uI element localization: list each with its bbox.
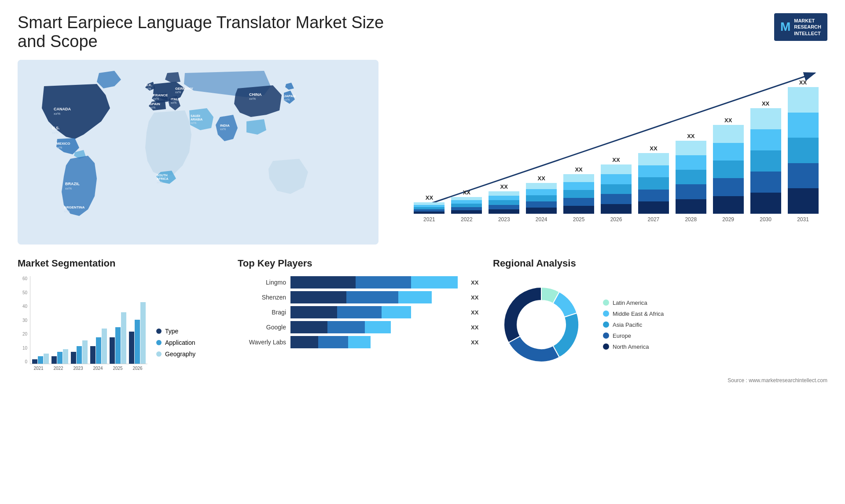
player-row: Waverly Labs XX bbox=[238, 336, 484, 348]
player-row: Shenzen XX bbox=[238, 291, 484, 303]
seg-bar bbox=[57, 352, 62, 364]
player-row: Lingmo XX bbox=[238, 276, 484, 289]
seg-bar bbox=[44, 354, 49, 364]
svg-text:xx%: xx% bbox=[54, 112, 60, 116]
seg-legend-item: Type bbox=[156, 328, 195, 335]
bar-xx-label: XX bbox=[687, 131, 694, 139]
svg-text:BRAZIL: BRAZIL bbox=[65, 182, 80, 186]
bar-chart-x-labels: 2021202220232024202520262027202820292030… bbox=[414, 216, 819, 223]
bar-segment bbox=[526, 195, 557, 201]
bar-segment bbox=[451, 200, 482, 204]
players-title: Top Key Players bbox=[238, 258, 484, 269]
regional-legend-label: Asia Pacific bbox=[613, 321, 642, 328]
regional-legend-dot bbox=[603, 299, 609, 306]
bar-segment bbox=[750, 129, 781, 150]
bar-segment bbox=[638, 153, 669, 165]
seg-bar bbox=[82, 340, 88, 364]
segmentation-title: Market Segmentation bbox=[18, 258, 229, 269]
bar-segment bbox=[713, 196, 744, 214]
seg-bar bbox=[63, 349, 68, 364]
bar-stack bbox=[489, 191, 519, 214]
bar-year-label: 2025 bbox=[563, 216, 595, 223]
regional-legend-label: Latin America bbox=[613, 299, 647, 306]
seg-bar bbox=[96, 337, 101, 364]
bar-xx-label: XX bbox=[612, 154, 620, 163]
donut-chart bbox=[493, 276, 590, 373]
seg-year-label: 2025 bbox=[109, 366, 126, 371]
bar-xx-label: XX bbox=[500, 181, 508, 190]
player-bar-seg3 bbox=[365, 321, 391, 333]
svg-text:CHINA: CHINA bbox=[249, 92, 262, 97]
player-name: Waverly Labs bbox=[238, 339, 286, 346]
players-list: Lingmo XX Shenzen XX Bragi XX Google XX bbox=[238, 276, 484, 348]
bar-year-label: 2030 bbox=[750, 216, 781, 223]
svg-text:SAUDI: SAUDI bbox=[191, 114, 200, 117]
svg-text:xx%: xx% bbox=[65, 186, 72, 190]
regional-legend-dot bbox=[603, 321, 609, 328]
svg-text:U.S.: U.S. bbox=[52, 126, 60, 130]
seg-bar bbox=[135, 320, 140, 364]
player-bar bbox=[290, 306, 464, 318]
logo-box: M MARKET RESEARCH INTELLECT bbox=[774, 13, 827, 41]
bar-xx-label: XX bbox=[575, 164, 582, 173]
seg-bar-group bbox=[32, 354, 49, 364]
svg-text:GERMANY: GERMANY bbox=[175, 87, 194, 91]
bar-stack bbox=[526, 183, 557, 214]
bar-xx-label: XX bbox=[426, 192, 433, 201]
bar-stack bbox=[451, 197, 482, 214]
bar-year-label: 2023 bbox=[489, 216, 520, 223]
player-xx-label: XX bbox=[471, 294, 484, 301]
player-name: Bragi bbox=[238, 309, 286, 316]
bar-segment bbox=[750, 193, 781, 214]
seg-year-label: 2023 bbox=[70, 366, 87, 371]
player-bar-seg1 bbox=[290, 291, 346, 303]
seg-inner: 0 10 20 30 40 50 60 20212022202320242025… bbox=[18, 276, 229, 371]
player-row: Bragi XX bbox=[238, 306, 484, 318]
players-section: Top Key Players Lingmo XX Shenzen XX Bra… bbox=[238, 258, 484, 348]
logo-letter: M bbox=[780, 20, 790, 34]
seg-y-axis: 0 10 20 30 40 50 60 bbox=[18, 276, 27, 364]
seg-bar bbox=[129, 332, 134, 364]
seg-legend-dot bbox=[156, 340, 162, 345]
player-bar bbox=[290, 276, 464, 289]
bar-segment bbox=[676, 155, 706, 170]
player-bar bbox=[290, 321, 464, 333]
svg-text:SOUTH: SOUTH bbox=[157, 174, 168, 177]
svg-text:xx%: xx% bbox=[284, 98, 290, 101]
svg-text:xx%: xx% bbox=[64, 210, 70, 213]
svg-text:ITALY: ITALY bbox=[171, 97, 180, 101]
bar-group: XX bbox=[451, 187, 482, 214]
bar-segment bbox=[638, 165, 669, 178]
svg-text:MEXICO: MEXICO bbox=[56, 142, 70, 146]
bar-group: XX bbox=[489, 181, 520, 214]
seg-x-labels: 202120222023202420252026 bbox=[30, 366, 147, 371]
seg-chart-wrap: 0 10 20 30 40 50 60 20212022202320242025… bbox=[18, 276, 147, 371]
player-bar-seg2 bbox=[356, 276, 411, 289]
bar-stack bbox=[638, 153, 669, 214]
svg-text:ARABIA: ARABIA bbox=[191, 118, 202, 121]
bar-segment bbox=[788, 188, 819, 214]
bar-year-label: 2031 bbox=[787, 216, 819, 223]
regional-legend-label: Middle East & Africa bbox=[613, 310, 664, 317]
bar-segment bbox=[713, 178, 744, 196]
svg-text:xx%: xx% bbox=[191, 121, 196, 124]
svg-text:FRANCE: FRANCE bbox=[153, 93, 168, 97]
bar-segment bbox=[676, 170, 706, 184]
bar-stack bbox=[563, 174, 594, 214]
bar-stack bbox=[750, 108, 781, 214]
svg-text:xx%: xx% bbox=[249, 97, 256, 101]
bar-segment bbox=[676, 199, 706, 214]
bar-group: XX bbox=[713, 115, 744, 214]
bottom-section: Market Segmentation 0 10 20 30 40 50 60 … bbox=[18, 258, 827, 383]
bar-stack bbox=[788, 87, 819, 214]
svg-text:JAPAN: JAPAN bbox=[284, 94, 296, 98]
logo-area: M MARKET RESEARCH INTELLECT bbox=[774, 13, 827, 41]
bar-segment bbox=[676, 184, 706, 199]
bar-segment bbox=[638, 201, 669, 214]
bar-year-label: 2029 bbox=[713, 216, 744, 223]
bar-year-label: 2024 bbox=[526, 216, 557, 223]
bar-chart: XXXXXXXXXXXXXXXXXXXXXX 20212022202320242… bbox=[392, 60, 827, 245]
bar-segment bbox=[788, 113, 819, 138]
bar-segment bbox=[526, 201, 557, 208]
svg-text:xx%: xx% bbox=[52, 131, 59, 135]
